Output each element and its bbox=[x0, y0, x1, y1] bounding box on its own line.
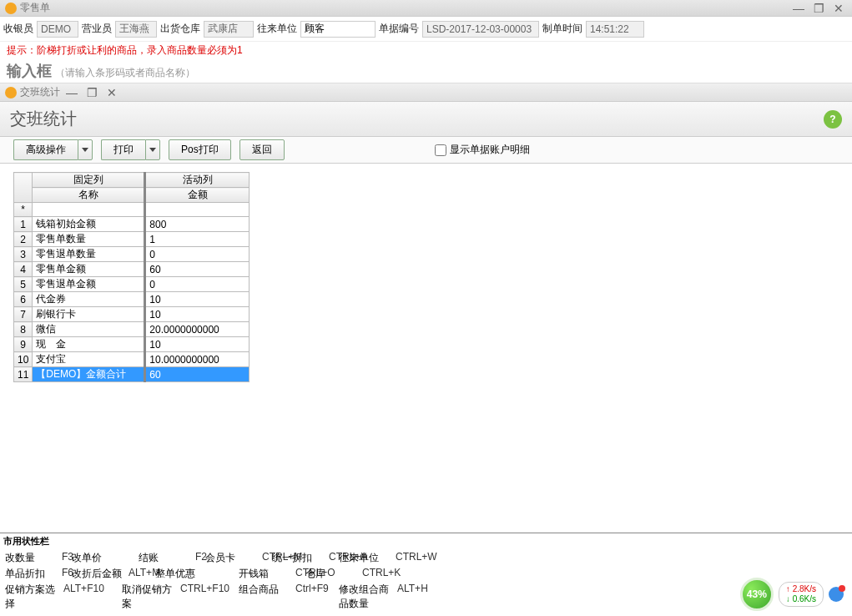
shortcut-item: 统一折扣CTRL+A bbox=[272, 551, 339, 565]
cell-amount: 0 bbox=[145, 277, 250, 292]
show-detail-checkbox[interactable]: 显示单据账户明细 bbox=[435, 143, 530, 157]
table-row[interactable]: 3零售退单数量0 bbox=[14, 247, 250, 262]
mktime-field[interactable] bbox=[586, 21, 644, 38]
minimize-icon[interactable]: — bbox=[790, 3, 807, 14]
show-detail-checkbox-input[interactable] bbox=[435, 144, 446, 156]
table-row[interactable]: 4零售单金额60 bbox=[14, 262, 250, 277]
input-placeholder: （请输入条形码或者商品名称） bbox=[55, 66, 195, 80]
sub-minimize-icon[interactable]: — bbox=[63, 87, 80, 98]
window-title: 零售单 bbox=[20, 1, 50, 15]
cell-amount: 1 bbox=[145, 232, 250, 247]
shortcut-key: CTRL+W bbox=[396, 551, 454, 565]
sub-maximize-icon[interactable]: ❐ bbox=[83, 87, 100, 98]
table-row[interactable]: 2零售单数量1 bbox=[14, 232, 250, 247]
input-label: 输入框 bbox=[7, 61, 52, 81]
shortcut-item: 会员卡CTRL+M bbox=[205, 551, 272, 565]
table-row[interactable]: 7刷银行卡10 bbox=[14, 307, 250, 322]
cell-amount: 20.0000000000 bbox=[145, 322, 250, 337]
barcode-input-bar[interactable]: 输入框 （请输入条形码或者商品名称） bbox=[0, 59, 852, 83]
grid-area: 固定列 活动列 名称 金额 * 1钱箱初始金额8002零售单数量13零售退单数量… bbox=[0, 164, 852, 391]
sales-field[interactable] bbox=[115, 21, 157, 38]
cashier-field[interactable] bbox=[37, 21, 78, 38]
cell-amount: 60 bbox=[145, 262, 250, 277]
close-icon[interactable]: ✕ bbox=[830, 3, 847, 14]
row-number: 8 bbox=[14, 322, 33, 337]
row-number: 9 bbox=[14, 337, 33, 352]
shortcut-label: 往来单位 bbox=[339, 551, 389, 565]
shortcut-key: CTRL+K bbox=[362, 567, 421, 581]
top-form: 收银员 营业员 出货仓库 往来单位 单据编号 制单时间 bbox=[0, 17, 852, 42]
summary-table[interactable]: 固定列 活动列 名称 金额 * 1钱箱初始金额8002零售单数量13零售退单数量… bbox=[13, 172, 250, 382]
maximize-icon[interactable]: ❐ bbox=[810, 3, 827, 14]
upload-speed: 2.8K/s bbox=[793, 584, 816, 593]
sub-close-icon[interactable]: ✕ bbox=[103, 87, 120, 98]
shortcut-label: 仓库 bbox=[305, 567, 355, 581]
shortcut-item: 改单价 bbox=[72, 551, 139, 565]
row-number: 7 bbox=[14, 307, 33, 322]
show-detail-label: 显示单据账户明细 bbox=[450, 143, 530, 157]
shortcut-label: 改数量 bbox=[5, 551, 55, 565]
shortcuts-panel: 改数量F3改单价结账F2会员卡CTRL+M统一折扣CTRL+A往来单位CTRL+… bbox=[0, 549, 852, 616]
network-widget[interactable]: 43% ↑ 2.8K/s ↓ 0.6K/s bbox=[740, 578, 844, 611]
row-number: 4 bbox=[14, 262, 33, 277]
hint-text: 提示：阶梯打折或让利的商品，录入商品数量必须为1 bbox=[0, 42, 852, 59]
shortcut-label: 单品折扣 bbox=[5, 567, 55, 581]
bottom-area: 市用状性栏 改数量F3改单价结账F2会员卡CTRL+M统一折扣CTRL+A往来单… bbox=[0, 533, 852, 616]
table-row[interactable]: 10支付宝10.0000000000 bbox=[14, 352, 250, 367]
cell-name: 微信 bbox=[33, 322, 145, 337]
print-button[interactable]: 打印 bbox=[101, 139, 160, 160]
print-button-main[interactable]: 打印 bbox=[101, 139, 145, 160]
docno-field[interactable] bbox=[422, 21, 539, 38]
cell-name: 代金券 bbox=[33, 292, 145, 307]
shortcut-key: CTRL+F10 bbox=[180, 583, 239, 611]
table-row[interactable]: 8微信20.0000000000 bbox=[14, 322, 250, 337]
cell-name: 零售退单数量 bbox=[33, 247, 145, 262]
net-speeds: ↑ 2.8K/s ↓ 0.6K/s bbox=[779, 582, 824, 607]
col-group-fixed: 固定列 bbox=[33, 173, 145, 188]
table-row[interactable]: 6代金券10 bbox=[14, 292, 250, 307]
sales-label: 营业员 bbox=[82, 22, 112, 36]
advanced-dropdown-icon[interactable] bbox=[78, 139, 93, 160]
back-button[interactable]: 返回 bbox=[239, 139, 285, 160]
table-row[interactable]: 1钱箱初始金额800 bbox=[14, 217, 250, 232]
cell-amount: 10 bbox=[145, 337, 250, 352]
row-number: 6 bbox=[14, 292, 33, 307]
cell-name: 现 金 bbox=[33, 337, 145, 352]
shortcut-label: 取消促销方案 bbox=[122, 583, 174, 611]
toolbar: 高级操作 打印 Pos打印 返回 显示单据账户明细 bbox=[0, 137, 852, 164]
page-title: 交班统计 bbox=[10, 108, 77, 130]
party-field[interactable] bbox=[300, 21, 376, 38]
sub-window-title: 交班统计 bbox=[20, 85, 60, 99]
advanced-button-main[interactable]: 高级操作 bbox=[13, 139, 78, 160]
cell-amount: 60 bbox=[145, 367, 250, 382]
shortcut-item: 组合商品Ctrl+F9 bbox=[239, 583, 339, 611]
table-row[interactable]: 5零售退单金额0 bbox=[14, 277, 250, 292]
shortcut-label: 组合商品 bbox=[239, 583, 289, 611]
sub-title-bar: 交班统计 — ❐ ✕ bbox=[0, 83, 852, 102]
print-dropdown-icon[interactable] bbox=[145, 139, 160, 160]
col-name-header: 名称 bbox=[33, 188, 145, 203]
row-number: 11 bbox=[14, 367, 33, 382]
advanced-button[interactable]: 高级操作 bbox=[13, 139, 93, 160]
tray-icon[interactable] bbox=[829, 587, 844, 602]
shortcut-item: 往来单位CTRL+W bbox=[339, 551, 406, 565]
row-indicator: * bbox=[14, 203, 33, 217]
row-number: 2 bbox=[14, 232, 33, 247]
row-number: 3 bbox=[14, 247, 33, 262]
table-row[interactable]: 9现 金10 bbox=[14, 337, 250, 352]
table-row[interactable]: 11【DEMO】金额合计60 bbox=[14, 367, 250, 382]
cell-name: 零售退单金额 bbox=[33, 277, 145, 292]
shortcut-label: 会员卡 bbox=[205, 551, 255, 565]
cell-name: 零售单金额 bbox=[33, 262, 145, 277]
cell-amount: 800 bbox=[145, 217, 250, 232]
party-label: 往来单位 bbox=[257, 22, 297, 36]
warehouse-field[interactable] bbox=[204, 21, 254, 38]
download-icon: ↓ bbox=[786, 594, 790, 603]
shortcut-label: 开钱箱 bbox=[239, 567, 289, 581]
sub-header: 交班统计 ? bbox=[0, 102, 852, 137]
cashier-label: 收银员 bbox=[3, 22, 33, 36]
help-icon[interactable]: ? bbox=[824, 110, 842, 129]
col-group-active: 活动列 bbox=[145, 173, 250, 188]
col-amount-header: 金额 bbox=[145, 188, 250, 203]
pos-print-button[interactable]: Pos打印 bbox=[169, 139, 231, 160]
